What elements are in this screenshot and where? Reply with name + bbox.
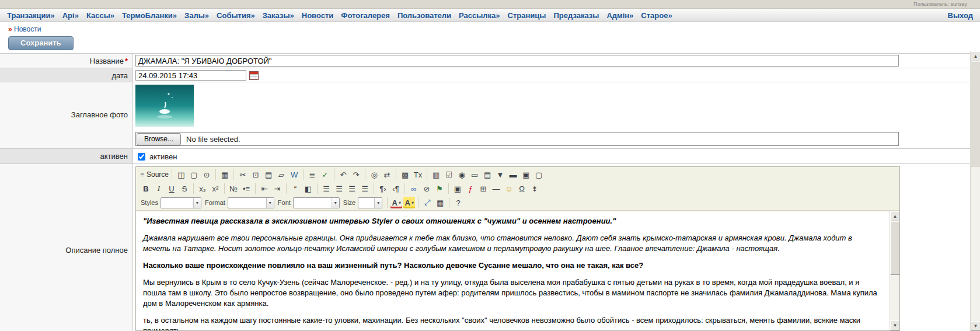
date-input[interactable] [135, 70, 246, 81]
form-icon[interactable]: ▥ [430, 169, 442, 180]
remove-format-icon[interactable]: Tx [412, 169, 424, 180]
text-color-button[interactable]: A [390, 197, 402, 208]
undo-icon[interactable]: ↶ [337, 169, 349, 180]
textarea-icon[interactable]: ▤ [482, 169, 493, 180]
calendar-icon[interactable] [249, 71, 259, 80]
flash-icon[interactable]: ƒ [465, 183, 476, 194]
page-scroll-down-icon[interactable]: ▼ [971, 321, 980, 331]
nav-preorders[interactable]: Предзаказы [553, 11, 599, 20]
save-icon[interactable]: ◫ [175, 169, 187, 180]
bold-button[interactable]: B [140, 183, 152, 194]
bulleted-list-button[interactable]: •≡ [240, 183, 252, 194]
styles-combo[interactable]: ▼ [161, 197, 201, 208]
align-left-button[interactable]: ☰ [320, 183, 332, 194]
size-combo[interactable]: ▼ [358, 197, 382, 208]
browse-button[interactable]: Browse... [137, 133, 181, 145]
spellcheck-icon[interactable]: ✓ [319, 169, 331, 180]
nav-mailing[interactable]: Рассылка» [459, 11, 500, 20]
unlink-button[interactable]: ⊘ [421, 183, 433, 194]
show-blocks-button[interactable]: ▦ [434, 197, 446, 208]
save-button[interactable]: Сохранить [8, 36, 74, 50]
superscript-button[interactable]: x² [210, 183, 221, 194]
active-checkbox[interactable] [138, 153, 145, 161]
about-button[interactable]: ? [452, 197, 464, 208]
horizontal-rule-icon[interactable]: — [490, 183, 502, 194]
create-div-button[interactable]: ◧ [302, 183, 314, 194]
strike-button[interactable]: S [179, 183, 190, 194]
outdent-button[interactable]: ⇤ [259, 183, 270, 194]
nav-api[interactable]: Api» [62, 11, 79, 20]
paste-word-icon[interactable]: W [288, 169, 300, 180]
select-field-icon[interactable]: ▼ [494, 169, 506, 180]
image-button-icon[interactable]: ▣ [520, 169, 532, 180]
font-combo[interactable]: ▼ [293, 197, 340, 208]
font-combo-arrow-icon[interactable]: ▼ [332, 198, 339, 208]
replace-icon[interactable]: ⇄ [381, 169, 393, 180]
numbered-list-button[interactable]: № [228, 183, 239, 194]
button-icon[interactable]: ▬ [507, 169, 519, 180]
editor-scrollbar[interactable]: ▲ ▼ [890, 211, 899, 330]
nav-cashdesks[interactable]: Кассы» [86, 11, 114, 20]
title-input[interactable] [135, 55, 899, 67]
nav-events[interactable]: События» [217, 11, 255, 20]
special-char-icon[interactable]: Ω [516, 183, 528, 194]
paste-text-icon[interactable]: ▱ [275, 169, 287, 180]
templates-icon[interactable]: ▦ [219, 169, 231, 180]
nav-transactions[interactable]: Транзакции» [7, 11, 55, 20]
nav-photogallery[interactable]: Фотогалерея [341, 11, 390, 20]
align-justify-button[interactable]: ☰ [359, 183, 371, 194]
italic-button[interactable]: I [153, 183, 165, 194]
hidden-field-icon[interactable]: ▢ [533, 169, 545, 180]
table-icon[interactable]: ⊞ [477, 183, 489, 194]
text-field-icon[interactable]: ▭ [469, 169, 480, 180]
nav-orders[interactable]: Заказы» [263, 11, 294, 20]
checkbox-icon[interactable]: ☑ [443, 169, 455, 180]
nav-users[interactable]: Пользователи [397, 11, 451, 20]
copy-icon[interactable]: ⊡ [250, 169, 261, 180]
format-combo[interactable]: ▼ [228, 197, 274, 208]
page-scroll-up-icon[interactable]: ▲ [971, 51, 980, 61]
bg-color-button[interactable]: A [403, 197, 415, 208]
print-icon[interactable]: ≣ [306, 169, 318, 180]
blockquote-button[interactable]: “ [290, 183, 301, 194]
nav-halls[interactable]: Залы» [184, 11, 209, 20]
bidi-ltr-button[interactable]: ¶› [377, 183, 389, 194]
redo-icon[interactable]: ↷ [350, 169, 362, 180]
page-break-icon[interactable]: ⇟ [529, 183, 540, 194]
anchor-icon[interactable]: ⚑ [434, 183, 445, 194]
styles-combo-arrow-icon[interactable]: ▼ [193, 198, 201, 208]
editor-content[interactable]: "Известная певица рассказала в эксклюзив… [136, 211, 899, 330]
nav-news[interactable]: Новости [302, 11, 334, 20]
align-center-button[interactable]: ☰ [333, 183, 345, 194]
size-combo-arrow-icon[interactable]: ▼ [374, 198, 382, 208]
find-icon[interactable]: ◎ [368, 169, 380, 180]
select-all-icon[interactable]: ▩ [399, 169, 411, 180]
maximize-button[interactable]: ⤢ [421, 197, 433, 208]
paste-icon[interactable]: ▤ [263, 169, 274, 180]
page-scrollbar-thumb[interactable] [971, 61, 980, 166]
editor-scrollbar-thumb[interactable] [890, 221, 899, 275]
align-right-button[interactable]: ☰ [346, 183, 358, 194]
underline-button[interactable]: U [166, 183, 177, 194]
editor-scroll-down-icon[interactable]: ▼ [890, 320, 899, 330]
editor-scroll-up-icon[interactable]: ▲ [890, 211, 899, 221]
source-button[interactable]: ≡Source [140, 169, 169, 180]
nav-thermoblanks[interactable]: ТермоБланки» [122, 11, 177, 20]
link-button[interactable]: ∞ [408, 183, 420, 194]
indent-button[interactable]: ⇥ [271, 183, 283, 194]
image-icon[interactable]: ▣ [452, 183, 463, 194]
cut-icon[interactable]: ✂ [237, 169, 249, 180]
bidi-rtl-button[interactable]: ‹¶ [390, 183, 402, 194]
nav-admin[interactable]: Адмін» [606, 11, 633, 20]
page-scrollbar[interactable]: ▲ ▼ [970, 51, 980, 331]
format-combo-arrow-icon[interactable]: ▼ [266, 198, 274, 208]
nav-old[interactable]: Старое» [641, 11, 672, 20]
smiley-icon[interactable]: ☺ [503, 183, 515, 194]
nav-logout[interactable]: Выход [948, 11, 973, 20]
nav-pages[interactable]: Страницы [508, 11, 546, 20]
breadcrumb-news-link[interactable]: Новости [14, 25, 41, 33]
subscript-button[interactable]: x₂ [197, 183, 208, 194]
preview-icon[interactable]: ⊙ [201, 169, 212, 180]
new-page-icon[interactable]: ▢ [188, 169, 200, 180]
radio-icon[interactable]: ◉ [456, 169, 468, 180]
